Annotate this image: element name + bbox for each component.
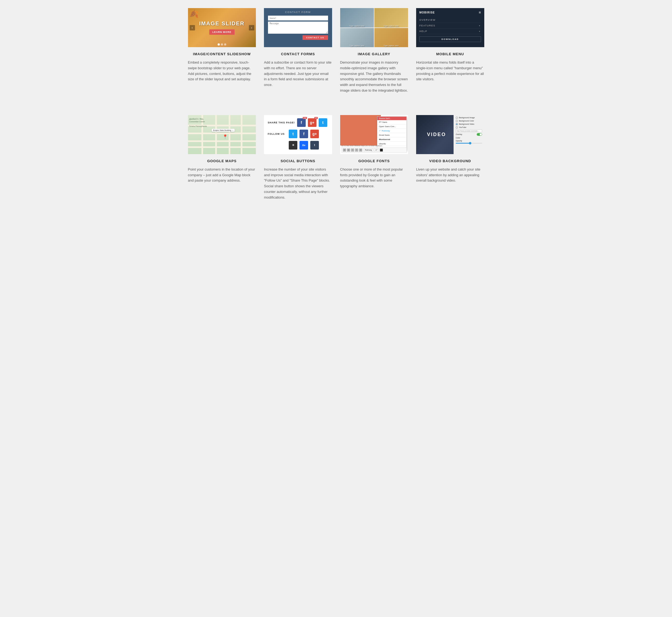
twitter-follow-icon: t [292, 132, 294, 136]
map-blocks: Джейкоб К. Явіц Convention Center Готель… [189, 118, 207, 128]
video-color-row: Color [456, 137, 482, 139]
contact-form-heading: CONTACT FORM [285, 11, 311, 13]
fonts-item-droid-sans[interactable]: Droid Sans [377, 133, 406, 138]
slider-prev-arrow[interactable]: ‹ [190, 25, 195, 30]
facebook-icon: f [301, 121, 302, 125]
video-title-label: VIDEO [427, 132, 446, 138]
card-fonts-title: GOOGLE FONTS [340, 159, 408, 163]
behance-icon: Be [302, 144, 305, 147]
video-url-input[interactable] [456, 130, 482, 132]
card-video-text: Liven up your website and catch your sit… [416, 167, 484, 184]
video-radio-bg-image[interactable] [456, 117, 458, 119]
tumblr-icon: t [314, 144, 315, 147]
map-pin-icon: 📍 [222, 134, 228, 139]
video-label-bg-image: Background Image [459, 117, 482, 119]
card-mobile-text: Horizontal site menu folds itself into a… [416, 60, 484, 82]
video-option-bg-color[interactable]: Background Color [456, 120, 482, 122]
video-color-label: Color [456, 137, 482, 139]
card-video-preview: VIDEO Background Image Background Color … [416, 115, 484, 154]
gplus-count: 47 [314, 117, 318, 119]
fonts-item-raleway[interactable]: ✓Raleway [377, 129, 406, 133]
fonts-tb-icon-3[interactable]: ≡ [351, 149, 354, 152]
share-twitter-btn[interactable]: t [318, 118, 327, 127]
card-mobile-preview: MOBIRISE ≡ OVERVIEW FEATURES HELP DOWNLO… [416, 8, 484, 47]
fonts-tb-size[interactable]: 17 [374, 149, 379, 152]
facebook-follow-icon: f [303, 132, 305, 136]
video-radio-bg-color[interactable] [456, 120, 458, 122]
github-icon: ☀ [292, 144, 294, 147]
gplus-icon: g+ [310, 121, 314, 125]
fonts-tb-icon-2[interactable]: ⊞ [347, 149, 350, 152]
contact-message-input[interactable] [268, 22, 328, 34]
card-mobile-menu: MOBIRISE ≡ OVERVIEW FEATURES HELP DOWNLO… [416, 8, 484, 93]
fonts-item-open-sans[interactable]: Open Sans Con... [377, 125, 406, 129]
mobile-download-btn[interactable]: DOWNLOAD [419, 36, 481, 42]
card-maps-title: GOOGLE MAPS [188, 159, 256, 163]
fonts-toolbar: ⚙ ⊞ ≡ ≡ ⚙ Raleway 17 [342, 147, 407, 153]
video-label-youtube: YouTube [459, 126, 482, 128]
gplus-follow-icon: g+ [312, 132, 317, 136]
video-option-bg-video[interactable]: Background Video [456, 123, 482, 125]
fonts-item-montserrat[interactable]: Montserrat [377, 138, 406, 142]
slider-dot-1[interactable] [218, 43, 220, 45]
contact-submit-btn[interactable]: CONTACT US [302, 35, 328, 40]
card-gallery-title: IMAGE GALLERY [340, 52, 408, 56]
card-fonts-preview: Source-Serif... PT Sans Open Sans Con...… [340, 115, 408, 154]
slider-dot-3[interactable] [224, 43, 226, 45]
gallery-cell-1[interactable]: Type caption here [340, 8, 374, 27]
follow-behance-btn[interactable]: Be [299, 141, 308, 150]
follow-tumblr-btn[interactable]: t [310, 141, 319, 150]
features-grid: 🍂 IMAGE SLIDER LEARN MORE ‹ › IMAGE/CONT… [188, 8, 484, 200]
card-google-fonts: Source-Serif... PT Sans Open Sans Con...… [340, 115, 408, 200]
card-image-gallery: Type caption here Type caption here Type… [340, 8, 408, 93]
card-contact-text: Add a subscribe or contact form to your … [264, 60, 332, 88]
slider-next-arrow[interactable]: › [249, 25, 254, 30]
video-opacity-row: Opacity [456, 140, 482, 142]
card-video-title: VIDEO BACKGROUND [416, 159, 484, 163]
gallery-cell-3[interactable]: Type caption here [340, 28, 374, 47]
slider-dot-2[interactable] [221, 43, 223, 45]
share-facebook-btn[interactable]: f 192 [297, 118, 306, 127]
follow-twitter-btn[interactable]: t [289, 130, 297, 138]
mobile-nav-overview[interactable]: OVERVIEW [419, 17, 481, 23]
fonts-tb-icon-1[interactable]: ⚙ [343, 149, 346, 152]
card-social-text: Increase the number of your site visitor… [264, 167, 332, 200]
card-maps-preview: Empire State Building 📍 Джейкоб К. Явіц … [188, 115, 256, 154]
video-radio-youtube[interactable] [456, 126, 458, 129]
video-radio-bg-video[interactable] [456, 123, 458, 125]
card-image-slider: 🍂 IMAGE SLIDER LEARN MORE ‹ › IMAGE/CONT… [188, 8, 256, 93]
card-mobile-title: MOBILE MENU [416, 52, 484, 56]
video-overlay-toggle[interactable] [477, 133, 482, 136]
fonts-tb-font-select[interactable]: Raleway [364, 149, 374, 152]
follow-github-btn[interactable]: ☀ [289, 141, 297, 150]
follow-label: FOLLOW US [268, 133, 286, 135]
gallery-cell-4[interactable]: Type caption here [374, 28, 408, 47]
facebook-count: 192 [303, 117, 307, 119]
follow-facebook-btn[interactable]: f [299, 130, 308, 138]
mobile-brand: MOBIRISE [419, 11, 435, 14]
follow-gplus-btn[interactable]: g+ [310, 130, 319, 138]
contact-name-input[interactable] [268, 16, 328, 20]
fonts-tb-icon-5[interactable]: ⚙ [359, 149, 362, 152]
video-option-bg-image[interactable]: Background Image [456, 117, 482, 119]
fonts-tb-color[interactable] [380, 149, 383, 152]
card-google-maps: Empire State Building 📍 Джейкоб К. Явіц … [188, 115, 256, 200]
video-opacity-slider[interactable] [456, 143, 482, 144]
gallery-caption-3: Type caption here [349, 45, 365, 47]
fonts-tb-icon-4[interactable]: ≡ [355, 149, 358, 152]
twitter-icon: t [322, 121, 324, 125]
share-gplus-btn[interactable]: g+ 47 [308, 118, 316, 127]
row-separator-1 [188, 101, 484, 107]
fonts-text-bottom: ite in a few clicks! Mobirise helps you … [342, 145, 383, 147]
gallery-cell-2[interactable]: Type caption here [374, 8, 408, 27]
fonts-item-pt-sans[interactable]: PT Sans [377, 120, 406, 125]
hamburger-icon: ≡ [479, 10, 481, 15]
card-social-preview: SHARE THIS PAGE! f 192 g+ 47 t FOLLOW US [264, 115, 332, 154]
fonts-menu-header: Source-Serif... [377, 117, 406, 120]
mobile-nav-features[interactable]: FEATURES [419, 23, 481, 29]
mobile-nav-help[interactable]: HELP [419, 29, 481, 34]
card-gallery-preview: Type caption here Type caption here Type… [340, 8, 408, 47]
video-option-youtube[interactable]: YouTube [456, 126, 482, 129]
card-slider-title: IMAGE/CONTENT SLIDESHOW [188, 52, 256, 56]
video-overlay-row: Overlay [456, 133, 482, 136]
